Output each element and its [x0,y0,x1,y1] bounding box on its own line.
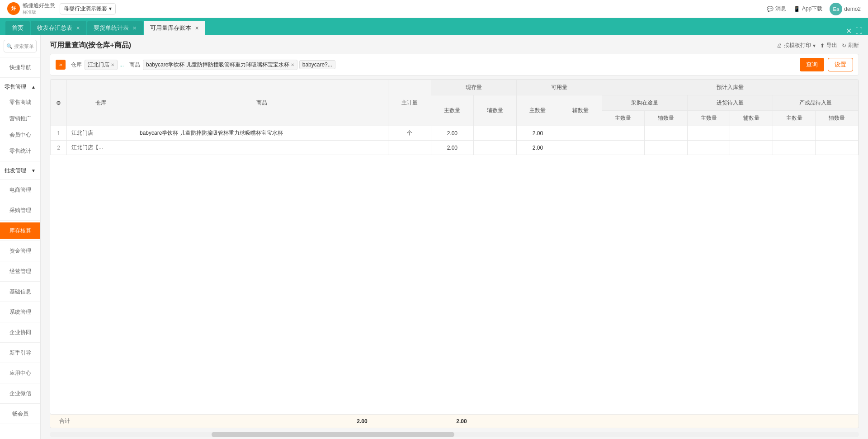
tab-home[interactable]: 首页 [5,21,30,35]
cell-warehouse: 江北门店 [67,126,135,141]
cell-purchase-aux [645,141,688,155]
logo-text: 畅捷通好生意 [23,2,55,9]
sidebar-item-quicknav[interactable]: 快捷导航 [0,60,40,75]
sidebar-item-appstore[interactable]: 应用中心 [0,365,40,381]
product-tag-close[interactable]: ✕ [291,62,294,67]
tab-available-stock[interactable]: 可用量库存账本 ✕ [144,21,205,35]
horizontal-scrollbar[interactable] [50,432,859,437]
th-warehouse: 仓库 [67,80,135,126]
warehouse-more[interactable]: ... [119,61,124,68]
table-footer: 合计 2.00 2.00 [50,415,859,428]
th-unit: 主计量 [388,80,431,126]
warehouse-tag-jiangbei[interactable]: 江北门店 ✕ [85,60,118,70]
th-prod-aux: 辅数量 [816,111,859,126]
product-tag-babycare[interactable]: babycare学饮杯 儿童防摔防撞吸管杯重力球吸嘴杯宝宝水杯 ✕ [143,60,297,70]
sidebar-section-finance: 资金管理 [0,241,40,261]
cell-purchase-main [602,141,645,155]
th-group-current: 现存量 [431,80,516,95]
sidebar-item-purchase[interactable]: 采购管理 [0,202,40,218]
settings-btn[interactable]: 设置 [828,58,853,71]
sidebar-item-members[interactable]: 会员中心 [0,127,40,143]
th-avail-aux: 辅数量 [559,95,602,126]
cell-inbound-aux [730,126,773,141]
search-icon: 🔍 [6,43,13,49]
app-download-btn[interactable]: 📱 App下载 [793,5,822,13]
sidebar-item-ecommerce[interactable]: 电商管理 [0,182,40,198]
th-purchase-aux: 辅数量 [645,111,688,126]
sidebar-section-retail: 零售管理 ▲ 零售商城 营销推广 会员中心 零售统计 [0,78,40,161]
tab-receive-summary-label: 收发存汇总表 [37,24,72,32]
sidebar-item-member[interactable]: 畅会员 [0,406,40,422]
chevron-down-icon: ▾ [109,5,112,12]
tab-receive-summary[interactable]: 收发存汇总表 ✕ [31,21,86,35]
sidebar-item-system[interactable]: 系统管理 [0,304,40,320]
sidebar-retail-header[interactable]: 零售管理 ▲ [0,80,40,94]
product-tag-more[interactable]: babycare?... [299,60,335,69]
cell-prod-main [773,126,816,141]
print-btn[interactable]: 🖨 按模板打印 ▾ [777,42,816,49]
sidebar-item-finance[interactable]: 资金管理 [0,243,40,259]
th-group-production: 产成品待入量 [773,95,858,111]
product-tag-more-label: babycare?... [302,61,332,68]
filter-expand-btn[interactable]: » [56,60,66,70]
industry-select[interactable]: 母婴行业演示账套 ▾ [60,3,116,14]
nav-right-icons: ✕ ⛶ [846,27,863,35]
th-inbound-main: 主数量 [687,111,730,126]
sidebar: 🔍 搜索菜单 快捷导航 零售管理 ▲ 零售商城 营销推广 会员中心 零售统计 批… [0,35,41,439]
sidebar-item-operations[interactable]: 经营管理 [0,263,40,279]
sidebar-section-operations: 经营管理 [0,261,40,282]
cell-warehouse: 江北门店【... [67,141,135,155]
scrollbar-thumb[interactable] [212,432,454,437]
search-menu-btn[interactable]: 🔍 搜索菜单 [4,40,37,52]
sidebar-section-enterprise: 企业协同 [0,322,40,343]
tab-receive-summary-close[interactable]: ✕ [76,25,80,31]
sidebar-item-retail-mall[interactable]: 零售商城 [0,94,40,110]
sidebar-item-enterprise[interactable]: 企业协同 [0,324,40,340]
sidebar-wholesale-header[interactable]: 批发管理 ▼ [0,163,40,178]
sidebar-section-wholesale: 批发管理 ▼ [0,161,40,180]
cell-index: 1 [51,126,67,141]
sidebar-item-guide[interactable]: 新手引导 [0,345,40,361]
footer-avail-main: 2.00 [434,418,489,425]
sidebar-section-appstore: 应用中心 [0,363,40,383]
message-btn[interactable]: 💬 消息 [767,5,786,13]
refresh-btn[interactable]: ↻ 刷新 [842,42,859,49]
cell-purchase-aux [645,126,688,141]
query-btn[interactable]: 查询 [800,58,824,71]
search-menu-label: 搜索菜单 [14,43,34,50]
th-settings[interactable]: ⚙ [51,80,67,126]
tab-order-stats-label: 要货单统计表 [94,24,129,32]
sidebar-item-inventory[interactable]: 库存核算 [0,222,40,239]
sidebar-section-wecom: 企业微信 [0,383,40,404]
logo-text-block: 畅捷通好生意 标准版 [23,2,55,15]
maximize-icon[interactable]: ⛶ [855,27,863,35]
footer-current-aux [389,418,434,425]
tab-order-stats-close[interactable]: ✕ [132,25,137,31]
th-prod-main: 主数量 [773,111,816,126]
cell-current-aux [474,141,517,155]
product-tags: babycare学饮杯 儿童防摔防撞吸管杯重力球吸嘴杯宝宝水杯 ✕ babyca… [143,60,335,70]
wholesale-chevron: ▼ [31,168,36,173]
product-tag-label: babycare学饮杯 儿童防摔防撞吸管杯重力球吸嘴杯宝宝水杯 [146,61,289,69]
cell-current-main: 2.00 [431,126,474,141]
sidebar-item-basic[interactable]: 基础信息 [0,283,40,300]
print-label: 按模板打印 [784,42,811,49]
cell-inbound-main [687,141,730,155]
user-menu[interactable]: Ea demo2 [830,3,861,15]
tab-available-stock-close[interactable]: ✕ [195,25,199,31]
tab-order-stats[interactable]: 要货单统计表 ✕ [87,21,143,35]
sidebar-item-retail-stats[interactable]: 零售统计 [0,143,40,159]
cell-product: babycare学饮杯 儿童防摔防撞吸管杯重力球吸嘴杯宝宝水杯 [135,126,388,141]
cell-prod-main [773,141,816,155]
table-row: 1 江北门店 babycare学饮杯 儿童防摔防撞吸管杯重力球吸嘴杯宝宝水杯 个… [51,126,859,141]
close-window-icon[interactable]: ✕ [846,27,852,35]
sidebar-item-wecom[interactable]: 企业微信 [0,385,40,401]
table-wrapper[interactable]: ⚙ 仓库 商品 主计量 现存量 可用量 预计入库量 主数量 辅数量 主数量 辅数… [50,79,859,415]
cell-inbound-main [687,126,730,141]
sidebar-section-member: 畅会员 [0,404,40,424]
export-btn[interactable]: ⬆ 导出 [820,42,837,49]
th-group-forecast: 预计入库量 [602,80,858,95]
sidebar-item-marketing[interactable]: 营销推广 [0,110,40,127]
top-bar-left: 好 畅捷通好生意 标准版 母婴行业演示账套 ▾ [7,2,116,15]
warehouse-tag-close[interactable]: ✕ [111,62,114,67]
